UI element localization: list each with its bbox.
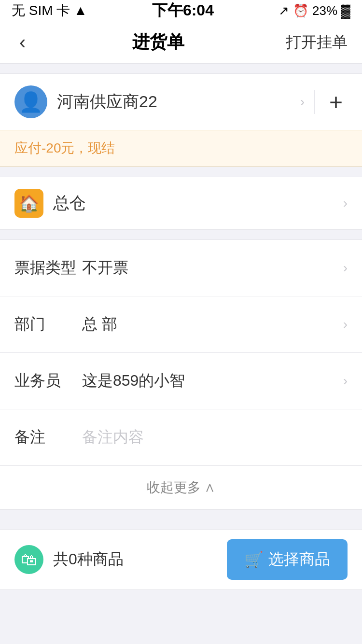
salesperson-label: 业务员 xyxy=(14,370,77,392)
department-label: 部门 xyxy=(14,314,77,335)
status-left: 无 SIM 卡 ▲ xyxy=(12,1,87,20)
department-row[interactable]: 部门 总 部 › xyxy=(0,296,362,353)
warehouse-row[interactable]: 🏠 总仓 › xyxy=(0,177,362,229)
gap-3 xyxy=(0,510,362,519)
form-section: 票据类型 不开票 › 部门 总 部 › 业务员 这是859的小智 › 备注 备注… xyxy=(0,239,362,465)
sim-status: 无 SIM 卡 ▲ xyxy=(12,1,87,20)
select-product-icon: 🛒 xyxy=(244,550,264,569)
salesperson-row[interactable]: 业务员 这是859的小智 › xyxy=(0,353,362,409)
location-icon: ↗ xyxy=(278,3,289,18)
select-product-button[interactable]: 🛒 选择商品 xyxy=(227,539,348,580)
add-supplier-button[interactable]: + xyxy=(324,89,348,115)
supplier-name: 河南供应商22 xyxy=(57,91,300,113)
salesperson-chevron-icon: › xyxy=(343,373,348,389)
warehouse-icon-wrap: 🏠 xyxy=(14,189,43,218)
back-button[interactable]: ‹ xyxy=(14,27,30,58)
supplier-avatar: 👤 xyxy=(14,85,47,118)
notice-bar: 应付-20元，现结 xyxy=(0,130,362,167)
gap-1 xyxy=(0,64,362,73)
status-right: ↗ ⏰ 23% ▓ xyxy=(278,3,350,18)
remark-label: 备注 xyxy=(14,427,77,448)
product-count: 共0种商品 xyxy=(53,549,227,570)
avatar-icon: 👤 xyxy=(19,91,43,113)
product-icon-wrap: 🛍 xyxy=(14,545,43,574)
notice-text: 应付-20元，现结 xyxy=(14,140,115,155)
remark-input[interactable]: 备注内容 xyxy=(77,427,348,448)
supplier-section: 👤 河南供应商22 › + 应付-20元，现结 xyxy=(0,73,362,167)
salesperson-value: 这是859的小智 xyxy=(77,370,343,392)
department-chevron-icon: › xyxy=(343,317,348,332)
department-value: 总 部 xyxy=(77,314,343,335)
supplier-chevron-icon: › xyxy=(300,94,305,110)
collapse-button[interactable]: 收起更多 ∧ xyxy=(0,465,362,510)
status-time: 下午6:04 xyxy=(152,0,214,21)
battery-icon: ▓ xyxy=(341,3,350,18)
supplier-row[interactable]: 👤 河南供应商22 › + xyxy=(0,74,362,130)
warehouse-chevron-icon: › xyxy=(343,196,348,211)
invoice-type-value: 不开票 xyxy=(77,257,343,279)
status-bar: 无 SIM 卡 ▲ 下午6:04 ↗ ⏰ 23% ▓ xyxy=(0,0,362,21)
page-title: 进货单 xyxy=(132,30,184,54)
remark-row[interactable]: 备注 备注内容 xyxy=(0,409,362,465)
warehouse-icon: 🏠 xyxy=(19,194,39,213)
invoice-type-chevron-icon: › xyxy=(343,260,348,276)
open-pending-button[interactable]: 打开挂单 xyxy=(286,32,348,53)
warehouse-name: 总仓 xyxy=(53,192,343,214)
nav-bar: ‹ 进货单 打开挂单 xyxy=(0,21,362,64)
select-product-label: 选择商品 xyxy=(268,549,330,570)
battery-status: 23% xyxy=(312,3,337,18)
product-bar: 🛍 共0种商品 🛒 选择商品 xyxy=(0,529,362,590)
gap-2 xyxy=(0,167,362,177)
collapse-label: 收起更多 ∧ xyxy=(147,480,216,495)
alarm-icon: ⏰ xyxy=(293,3,308,18)
invoice-type-row[interactable]: 票据类型 不开票 › xyxy=(0,240,362,296)
page-background xyxy=(0,590,362,644)
divider xyxy=(314,90,315,114)
product-icon: 🛍 xyxy=(21,550,37,569)
invoice-type-label: 票据类型 xyxy=(14,257,77,279)
